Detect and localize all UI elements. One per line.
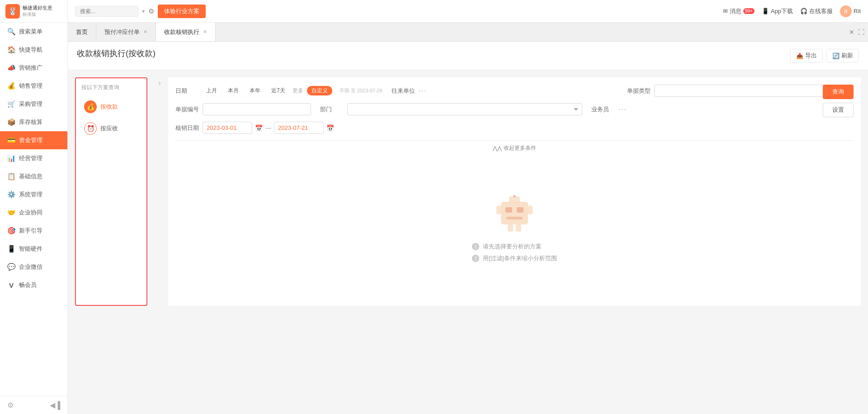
collapse-more-btn[interactable]: ⋀⋀ 收起更多条件 bbox=[493, 144, 536, 152]
close-collection-tab-icon[interactable]: ✕ bbox=[203, 29, 207, 35]
sidebar-item-inventory[interactable]: 📦 库存核算 bbox=[0, 113, 67, 131]
shortcut-7days[interactable]: 近7天 bbox=[268, 86, 289, 95]
sidebar-item-label: 新手引导 bbox=[19, 227, 42, 235]
svg-rect-0 bbox=[501, 202, 528, 224]
base-icon: 📋 bbox=[7, 172, 15, 181]
svg-point-9 bbox=[513, 195, 516, 198]
export-btn[interactable]: 📤 导出 bbox=[790, 49, 823, 62]
sidebar-item-hardware[interactable]: 📱 智能硬件 bbox=[0, 240, 67, 258]
partner-dots[interactable]: ··· bbox=[419, 86, 427, 95]
empty-tips: 1 请先选择要分析的方案 2 用[过滤]条件来缩小分析范围 bbox=[472, 243, 557, 262]
collapse-panel-arrow[interactable]: › bbox=[158, 78, 161, 88]
online-service-item[interactable]: 🎧 在线客服 bbox=[800, 7, 833, 15]
tab-home[interactable]: 首页 bbox=[68, 23, 96, 41]
home-icon: 🏠 bbox=[7, 46, 15, 54]
verify-date-end-input[interactable] bbox=[274, 122, 324, 134]
sidebar-item-operations[interactable]: 📊 经营管理 bbox=[0, 149, 67, 167]
sidebar-menu: 🔍 搜索菜单 🏠 快捷导航 📣 营销推广 💰 销售管理 🛒 采购管理 📦 库存核… bbox=[0, 23, 67, 396]
verify-date-start-input[interactable] bbox=[203, 122, 252, 134]
doc-type-field: 单据类型 bbox=[627, 85, 854, 97]
close-tab-icon[interactable]: ✕ bbox=[849, 29, 854, 36]
sidebar-item-purchase[interactable]: 🛒 采购管理 bbox=[0, 95, 67, 113]
topbar-left: ▾ ⚙ 体验行业方案 bbox=[75, 5, 206, 18]
main-content: 按以下方案查询 💰 按收款 ⏰ 按应收 › 查询 设置 bbox=[68, 70, 868, 313]
logo-text: 畅捷通好生意 bbox=[23, 5, 52, 11]
query-row-2: 单据编号 部门 业务员 ··· bbox=[175, 103, 854, 115]
sidebar-item-nav[interactable]: 🏠 快捷导航 bbox=[0, 41, 67, 59]
filter-option-label: 按收款 bbox=[100, 103, 118, 111]
filter-option-by-receivable[interactable]: ⏰ 按应收 bbox=[80, 119, 143, 138]
query-actions: 查询 设置 bbox=[823, 85, 854, 117]
doc-type-label: 单据类型 bbox=[627, 87, 651, 95]
partner-field: 往来单位 ··· bbox=[392, 86, 618, 95]
main-area: ▾ ⚙ 体验行业方案 ✉ 消息 99+ 📱 App下载 🎧 在线客服 R Rit bbox=[68, 0, 868, 414]
tabbar: 首页 预付冲应付单 ✕ 收款核销执行 ✕ ✕ ⛶ bbox=[68, 23, 868, 42]
sidebar-item-label: 经营管理 bbox=[19, 154, 42, 162]
message-badge: 99+ bbox=[743, 8, 755, 14]
expand-tab-icon[interactable]: ⛶ bbox=[858, 29, 864, 36]
sidebar-item-system[interactable]: ⚙️ 系统管理 bbox=[0, 186, 67, 204]
app-logo: 🐰 畅捷通好生意 标准版 bbox=[0, 0, 67, 23]
shortcut-this-month[interactable]: 本月 bbox=[224, 86, 242, 95]
purchase-icon: 🛒 bbox=[7, 100, 15, 108]
sales-label: 业务员 bbox=[591, 105, 615, 114]
query-btn[interactable]: 查询 bbox=[823, 85, 854, 99]
sidebar-item-finance[interactable]: 💳 资金管理 bbox=[0, 131, 67, 149]
tab-prepay[interactable]: 预付冲应付单 ✕ bbox=[96, 23, 156, 41]
sidebar-item-label: 智能硬件 bbox=[19, 245, 42, 253]
sidebar-item-marketing[interactable]: 📣 营销推广 bbox=[0, 59, 67, 77]
query-row-3: 核销日期 📅 — 📅 bbox=[175, 122, 854, 134]
dept-select[interactable] bbox=[347, 103, 582, 115]
shortcut-custom[interactable]: 自定义 bbox=[307, 86, 332, 95]
settings-bottom-icon[interactable]: ⚙ bbox=[7, 401, 14, 409]
inventory-icon: 📦 bbox=[7, 118, 15, 126]
topbar-search-input[interactable] bbox=[75, 6, 138, 17]
sidebar-item-guide[interactable]: 🎯 新手引导 bbox=[0, 222, 67, 240]
sidebar-item-collab[interactable]: 🤝 企业协同 bbox=[0, 204, 67, 222]
message-item[interactable]: ✉ 消息 99+ bbox=[723, 7, 755, 15]
svg-rect-5 bbox=[528, 205, 533, 214]
shortcut-this-year[interactable]: 本年 bbox=[246, 86, 264, 95]
search-icon: 🔍 bbox=[7, 28, 15, 36]
app-download-item[interactable]: 📱 App下载 bbox=[762, 7, 793, 15]
doc-no-label: 单据编号 bbox=[175, 105, 199, 114]
finance-icon: 💳 bbox=[7, 136, 15, 144]
svg-rect-2 bbox=[517, 207, 524, 213]
doc-no-input[interactable] bbox=[203, 103, 311, 115]
doc-no-field: 单据编号 bbox=[175, 103, 311, 115]
system-icon: ⚙️ bbox=[7, 190, 15, 199]
page-title: 收款核销执行(按收款) bbox=[77, 48, 156, 59]
topbar-gear-icon[interactable]: ⚙ bbox=[148, 7, 154, 15]
solution-btn[interactable]: 体验行业方案 bbox=[158, 5, 206, 18]
sidebar-item-wechat[interactable]: 💬 企业微信 bbox=[0, 258, 67, 276]
guide-icon: 🎯 bbox=[7, 227, 15, 235]
svg-rect-7 bbox=[516, 224, 521, 232]
sidebar-item-label: 搜索菜单 bbox=[19, 28, 42, 36]
collapse-more-label: 收起更多条件 bbox=[504, 144, 536, 152]
service-icon: 🎧 bbox=[800, 8, 807, 14]
export-label: 导出 bbox=[805, 52, 817, 60]
date-shortcuts: 上月 本月 本年 近7天 更多 自定义 bbox=[203, 86, 332, 95]
tab-collection[interactable]: 收款核销执行 ✕ bbox=[156, 23, 216, 41]
sidebar-item-search[interactable]: 🔍 搜索菜单 bbox=[0, 23, 67, 41]
sidebar-item-member[interactable]: V 畅会员 bbox=[0, 276, 67, 294]
svg-rect-6 bbox=[508, 224, 513, 232]
sidebar-item-label: 采购管理 bbox=[19, 100, 42, 108]
sales-dots[interactable]: ··· bbox=[618, 105, 627, 114]
sidebar-item-base[interactable]: 📋 基础信息 bbox=[0, 167, 67, 186]
filter-panel: 按以下方案查询 💰 按收款 ⏰ 按应收 bbox=[75, 77, 147, 306]
close-prepay-tab-icon[interactable]: ✕ bbox=[143, 29, 147, 35]
sidebar-item-label: 系统管理 bbox=[19, 190, 42, 199]
sidebar-item-sales[interactable]: 💰 销售管理 bbox=[0, 77, 67, 95]
filter-option-by-receipt[interactable]: 💰 按收款 bbox=[80, 97, 143, 117]
collapse-sidebar-icon[interactable]: ◀▐ bbox=[50, 401, 60, 409]
shortcut-last-month[interactable]: 上月 bbox=[203, 86, 221, 95]
verify-date-end-calendar-icon[interactable]: 📅 bbox=[326, 124, 334, 132]
setting-btn[interactable]: 设置 bbox=[823, 103, 854, 117]
user-info[interactable]: R Rit bbox=[840, 5, 861, 17]
verify-date-start-calendar-icon[interactable]: 📅 bbox=[255, 124, 263, 132]
topbar-dropdown-arrow[interactable]: ▾ bbox=[142, 8, 145, 14]
shortcut-more[interactable]: 更多 bbox=[292, 87, 303, 95]
refresh-btn[interactable]: 🔄 刷新 bbox=[826, 49, 859, 62]
verify-date-label: 核销日期 bbox=[175, 124, 199, 132]
